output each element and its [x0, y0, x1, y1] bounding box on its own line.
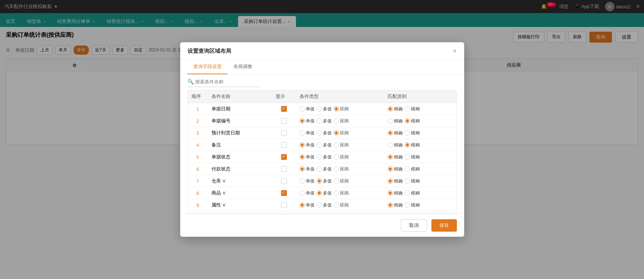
radio-type-multi-5[interactable]: 多值	[317, 166, 332, 172]
search-input[interactable]	[195, 79, 257, 85]
radio-circle-match-fuzzy-1	[405, 118, 410, 123]
checkbox-show-4[interactable]	[281, 154, 287, 160]
radio-label-type-range-5: 区间	[340, 166, 349, 172]
radio-type-multi-4[interactable]: 多值	[317, 154, 332, 160]
radio-type-range-7[interactable]: 区间	[334, 190, 349, 196]
radio-type-multi-1[interactable]: 多值	[317, 118, 332, 124]
row-type-4: 单值多值区间	[296, 151, 384, 163]
radio-circle-type-single-4	[300, 154, 305, 160]
checkbox-show-8[interactable]	[281, 202, 287, 208]
row-name-4: 单据状态	[208, 151, 272, 163]
row-order-2: 3	[188, 127, 208, 139]
radio-type-range-6[interactable]: 区间	[334, 178, 349, 184]
radio-type-single-3[interactable]: 单值	[300, 142, 315, 148]
radio-circle-match-fuzzy-6	[405, 178, 410, 184]
radio-match-exact-4[interactable]: 精确	[388, 154, 403, 160]
radio-label-type-multi-8: 多值	[323, 202, 332, 208]
checkbox-show-2[interactable]	[281, 130, 287, 136]
radio-type-range-2[interactable]: 区间	[334, 130, 349, 136]
checkbox-show-1[interactable]	[281, 118, 287, 124]
radio-match-exact-3[interactable]: 精确	[388, 142, 403, 148]
row-name-9: 有无商品图片	[208, 211, 272, 214]
radio-type-multi-6[interactable]: 多值	[317, 178, 332, 184]
radio-circle-match-exact-0	[388, 106, 393, 111]
radio-circle-match-fuzzy-2	[405, 130, 410, 135]
radio-match-exact-7[interactable]: 精确	[388, 190, 403, 196]
radio-label-type-range-6: 区间	[340, 178, 349, 184]
radio-circle-type-single-1	[300, 118, 305, 123]
radio-type-multi-2[interactable]: 多值	[317, 130, 332, 136]
radio-match-exact-0[interactable]: 精确	[388, 106, 403, 112]
row-name-3: 备注	[208, 139, 272, 151]
radio-match-fuzzy-5[interactable]: 模糊	[405, 166, 420, 172]
conditions-row-6: 7仓库 ∨单值多值区间精确模糊	[188, 175, 457, 187]
radio-type-range-8[interactable]: 区间	[334, 202, 349, 208]
radio-type-multi-7[interactable]: 多值	[317, 190, 332, 196]
radio-match-fuzzy-0[interactable]: 模糊	[405, 106, 420, 112]
radio-label-type-single-1: 单值	[306, 118, 315, 124]
radio-type-single-7[interactable]: 单值	[300, 190, 315, 196]
radio-type-range-5[interactable]: 区间	[334, 166, 349, 172]
row-type-7: 单值多值区间	[296, 187, 384, 199]
conditions-row-8: 9属性 ∨单值多值区间精确模糊	[188, 199, 457, 211]
checkbox-show-5[interactable]	[281, 166, 287, 172]
radio-match-exact-2[interactable]: 精确	[388, 130, 403, 136]
radio-circle-type-range-7	[334, 190, 339, 196]
radio-type-range-0[interactable]: 区间	[334, 106, 349, 112]
radio-type-single-5[interactable]: 单值	[300, 166, 315, 172]
conditions-row-2: 3预计到货日期单值多值区间精确模糊	[188, 127, 457, 139]
conditions-row-5: 6付款状态单值多值区间精确模糊	[188, 163, 457, 175]
radio-type-single-4[interactable]: 单值	[300, 154, 315, 160]
radio-type-single-1[interactable]: 单值	[300, 118, 315, 124]
radio-label-type-range-2: 区间	[340, 130, 349, 136]
row-show-6	[272, 175, 296, 187]
radio-match-exact-1[interactable]: 精确	[388, 118, 403, 124]
row-order-7: 8	[188, 187, 208, 199]
row-match-9: 精确模糊	[384, 211, 456, 214]
radio-match-fuzzy-3[interactable]: 模糊	[405, 142, 420, 148]
radio-match-fuzzy-7[interactable]: 模糊	[405, 190, 420, 196]
checkbox-show-7[interactable]	[281, 190, 287, 196]
dialog-tab-query-fields[interactable]: 查询字段设置	[187, 60, 228, 74]
radio-type-multi-0[interactable]: 多值	[317, 106, 332, 112]
radio-circle-type-single-7	[300, 190, 305, 196]
dialog-close-button[interactable]: ×	[453, 47, 457, 59]
checkbox-show-0[interactable]	[281, 106, 287, 112]
radio-type-range-4[interactable]: 区间	[334, 154, 349, 160]
radio-type-multi-8[interactable]: 多值	[317, 202, 332, 208]
save-button[interactable]: 保存	[431, 219, 457, 232]
radio-match-fuzzy-2[interactable]: 模糊	[405, 130, 420, 136]
radio-circle-type-range-0	[334, 106, 339, 111]
row-name-0: 单据日期	[208, 103, 272, 115]
radio-match-fuzzy-1[interactable]: 模糊	[405, 118, 420, 124]
dialog-tab-layout[interactable]: 布局调整	[228, 60, 258, 74]
row-match-8: 精确模糊	[384, 199, 456, 211]
radio-label-type-multi-0: 多值	[323, 106, 332, 112]
radio-match-fuzzy-6[interactable]: 模糊	[405, 178, 420, 184]
radio-label-match-fuzzy-7: 模糊	[411, 190, 420, 196]
radio-circle-match-fuzzy-7	[405, 190, 410, 196]
radio-type-multi-3[interactable]: 多值	[317, 142, 332, 148]
checkbox-show-3[interactable]	[281, 142, 287, 148]
radio-circle-type-multi-3	[317, 142, 322, 148]
th-show: 显示	[272, 90, 296, 103]
radio-type-range-1[interactable]: 区间	[334, 118, 349, 124]
search-icon: 🔍	[187, 79, 194, 85]
row-show-2	[272, 127, 296, 139]
radio-match-exact-8[interactable]: 精确	[388, 202, 403, 208]
radio-circle-match-exact-1	[388, 118, 393, 123]
checkbox-show-6[interactable]	[281, 178, 287, 184]
radio-match-fuzzy-4[interactable]: 模糊	[405, 154, 420, 160]
row-match-6: 精确模糊	[384, 175, 456, 187]
radio-match-exact-5[interactable]: 精确	[388, 166, 403, 172]
radio-type-single-2[interactable]: 单值	[300, 130, 315, 136]
radio-type-single-6[interactable]: 单值	[300, 178, 315, 184]
radio-type-single-8[interactable]: 单值	[300, 202, 315, 208]
cancel-button[interactable]: 取消	[401, 219, 427, 232]
radio-type-range-3[interactable]: 区间	[334, 142, 349, 148]
dialog: 设置查询区域布局 × 查询字段设置 布局调整 🔍	[180, 42, 464, 237]
radio-type-single-0[interactable]: 单值	[300, 106, 315, 112]
radio-match-fuzzy-8[interactable]: 模糊	[405, 202, 420, 208]
dialog-tab-query-fields-label: 查询字段设置	[193, 64, 222, 69]
radio-match-exact-6[interactable]: 精确	[388, 178, 403, 184]
